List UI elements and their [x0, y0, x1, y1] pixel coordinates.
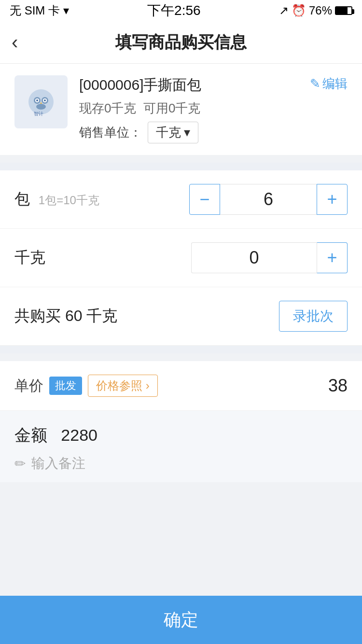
- location-icon: ↗: [279, 4, 289, 17]
- amount-row: 金额 2280: [14, 424, 348, 447]
- section-divider-2: [0, 346, 362, 353]
- kg-qty-input[interactable]: [191, 242, 317, 273]
- status-left: 无 SIM 卡 ▾: [10, 3, 69, 18]
- kg-label: 千克: [14, 249, 45, 266]
- kg-plus-button[interactable]: +: [317, 242, 348, 273]
- package-qty-control: − +: [189, 184, 348, 215]
- edit-label: 编辑: [322, 75, 348, 92]
- note-icon: ✏: [14, 456, 26, 472]
- total-text: 共购买 60 千克: [14, 306, 117, 327]
- price-label: 单价: [14, 376, 43, 396]
- section-divider-1: [0, 163, 362, 170]
- price-value: 38: [328, 376, 348, 396]
- product-name: [0000006]手撕面包: [79, 75, 201, 95]
- back-icon: ‹: [12, 31, 18, 53]
- status-time: 下午2:56: [147, 1, 201, 20]
- price-tag: 批发: [49, 377, 82, 395]
- back-button[interactable]: ‹: [12, 31, 18, 53]
- battery-label: 76%: [309, 4, 332, 17]
- kg-label-area: 千克: [14, 247, 45, 268]
- package-label-area: 包 1包=10千克: [14, 189, 99, 210]
- amount-section: 金额 2280 ✏ 输入备注: [0, 411, 362, 482]
- signal-label: 无 SIM 卡 ▾: [10, 3, 69, 18]
- unit-select[interactable]: 千克 ▾: [148, 122, 198, 143]
- edit-icon: ✎: [310, 76, 320, 91]
- package-minus-button[interactable]: −: [189, 184, 220, 215]
- amount-label: 金额: [14, 426, 47, 444]
- svg-point-5: [36, 99, 38, 101]
- svg-point-7: [36, 104, 46, 110]
- status-bar: 无 SIM 卡 ▾ 下午2:56 ↗ ⏰ 76%: [0, 0, 362, 21]
- package-plus-button[interactable]: +: [317, 184, 348, 215]
- svg-point-6: [44, 99, 46, 101]
- package-hint: 1包=10千克: [39, 194, 99, 207]
- price-ref-button[interactable]: 价格参照 ›: [88, 375, 158, 397]
- battery-icon: [335, 6, 352, 15]
- product-unit-row: 销售单位： 千克 ▾: [79, 122, 348, 143]
- package-label: 包: [14, 190, 30, 208]
- chevron-down-icon: ▾: [184, 125, 190, 140]
- unit-label: 销售单位：: [79, 124, 142, 141]
- price-section: 单价 批发 价格参照 › 38 金额 2280 ✏ 输入备注: [0, 361, 362, 482]
- confirm-button[interactable]: 确定: [0, 596, 362, 644]
- product-info: [0000006]手撕面包 ✎ 编辑 现存0千克 可用0千克 销售单位： 千克 …: [79, 75, 348, 143]
- product-thumbnail: 智计: [14, 75, 68, 128]
- unit-value: 千克: [156, 124, 181, 141]
- package-qty-input[interactable]: [220, 184, 317, 215]
- nav-bar: ‹ 填写商品购买信息: [0, 21, 362, 64]
- alarm-icon: ⏰: [292, 4, 306, 17]
- batch-button[interactable]: 录批次: [279, 301, 348, 332]
- kg-input-row: 千克 +: [0, 229, 362, 287]
- status-right: ↗ ⏰ 76%: [279, 4, 352, 17]
- product-stock: 现存0千克 可用0千克: [79, 100, 348, 117]
- note-row[interactable]: ✏ 输入备注: [14, 454, 348, 473]
- price-row: 单价 批发 价格参照 › 38: [0, 361, 362, 411]
- price-ref-label: 价格参照 ›: [96, 378, 150, 393]
- page-title: 填写商品购买信息: [115, 31, 247, 54]
- kg-qty-control: +: [191, 242, 348, 273]
- note-placeholder: 输入备注: [31, 454, 85, 473]
- product-card: 智计 [0000006]手撕面包 ✎ 编辑 现存0千克 可用0千克 销售单位： …: [0, 64, 362, 155]
- total-row: 共购买 60 千克 录批次: [0, 287, 362, 346]
- edit-button[interactable]: ✎ 编辑: [310, 75, 348, 92]
- svg-text:智计: 智计: [34, 111, 43, 116]
- package-input-row: 包 1包=10千克 − +: [0, 170, 362, 229]
- amount-value: 2280: [61, 426, 97, 444]
- price-label-area: 单价 批发 价格参照 ›: [14, 375, 158, 397]
- product-name-row: [0000006]手撕面包 ✎ 编辑: [79, 75, 348, 95]
